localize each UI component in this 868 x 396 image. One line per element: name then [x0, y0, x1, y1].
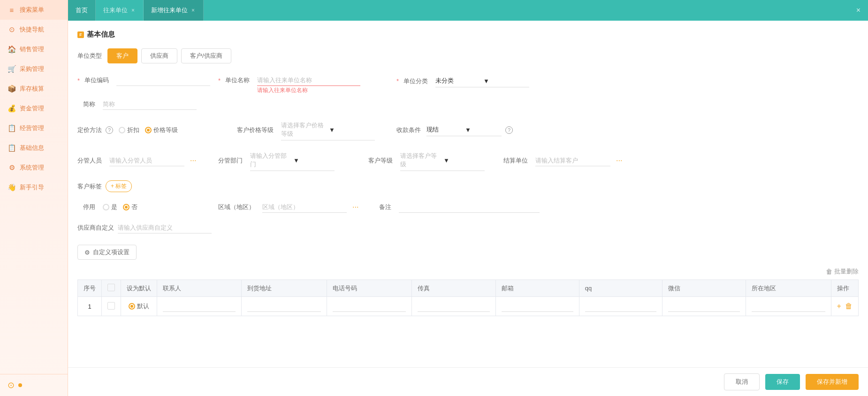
customer-level-select[interactable]: 请选择客户等级 ▼: [400, 150, 485, 171]
search-icon: ≡: [8, 6, 16, 14]
unit-category-select[interactable]: 未分类 ▼: [435, 75, 529, 87]
sidebar-item-search[interactable]: ≡ 搜索菜单: [0, 0, 68, 20]
payment-terms-help-icon[interactable]: ?: [505, 126, 513, 134]
radio-disabled-no[interactable]: 否: [123, 203, 137, 211]
row-phone[interactable]: [327, 297, 412, 316]
short-name-input[interactable]: [103, 99, 197, 110]
table-header: 序号 设为默认 联系人 到货地址 电话号码 传真 邮箱 qq 微信 所在地区 操…: [78, 280, 859, 297]
row-wechat-input[interactable]: [668, 301, 740, 312]
row-actions: + 🗑: [837, 302, 853, 311]
batch-delete-button[interactable]: 🗑 批量删除: [826, 267, 859, 276]
unit-category-value: 未分类: [435, 77, 481, 85]
row-address[interactable]: [241, 297, 327, 316]
sidebar-item-system[interactable]: ⚙ 系统管理: [0, 158, 68, 178]
manager-input[interactable]: [109, 155, 184, 166]
select-all-checkbox[interactable]: [107, 284, 115, 291]
unit-btn-supplier[interactable]: 供应商: [141, 48, 177, 63]
radio-discount[interactable]: 折扣: [119, 126, 139, 134]
row-phone-input[interactable]: [333, 301, 406, 312]
customer-level-field: 客户等级 请选择客户等级 ▼: [368, 150, 485, 171]
short-name-field: 简称: [77, 99, 218, 110]
col-qq: qq: [579, 280, 662, 297]
tab-new-unit-close[interactable]: ×: [190, 6, 196, 15]
dept-select[interactable]: 请输入分管部门 ▼: [250, 150, 335, 171]
col-no: 序号: [78, 280, 102, 297]
region-more-icon[interactable]: ···: [350, 203, 360, 211]
sidebar-item-purchase[interactable]: 🛒 采购管理: [0, 59, 68, 79]
manager-more-icon[interactable]: ···: [188, 156, 198, 165]
custom-settings-button[interactable]: ⚙ 自定义项设置: [77, 245, 137, 260]
sidebar-item-label: 基础信息: [20, 144, 44, 152]
sidebar-item-label: 经营管理: [20, 124, 44, 132]
radio-yes-circle: [103, 204, 109, 210]
sidebar-item-quick-nav[interactable]: ⊙ 快捷导航: [0, 20, 68, 39]
row-fax-input[interactable]: [418, 301, 489, 312]
row-qq[interactable]: [579, 297, 662, 316]
row-add-button[interactable]: +: [837, 302, 841, 311]
tab-home[interactable]: 首页: [68, 0, 96, 21]
unit-btn-customer[interactable]: 客户: [107, 48, 137, 63]
settlement-input[interactable]: [535, 155, 610, 166]
radio-disabled-yes[interactable]: 是: [103, 203, 117, 211]
sidebar-item-new-user[interactable]: 👋 新手引导: [0, 178, 68, 197]
row-email-input[interactable]: [502, 301, 573, 312]
remarks-input[interactable]: [399, 202, 540, 213]
bottom-bar: 取消 保存 保存并新增: [68, 367, 868, 396]
unit-type-label: 单位类型: [77, 52, 102, 60]
unit-name-required: *: [218, 77, 221, 84]
tab-units-close[interactable]: ×: [130, 6, 136, 15]
row-contact-input[interactable]: [163, 301, 236, 312]
sidebar-item-basic-info[interactable]: 📋 基础信息: [0, 138, 68, 158]
tab-bar: 首页 往来单位 × 新增往来单位 × ×: [68, 0, 868, 21]
row-address-input[interactable]: [247, 301, 321, 312]
save-button[interactable]: 保存: [765, 374, 800, 390]
tab-new-unit[interactable]: 新增往来单位 ×: [144, 0, 204, 21]
purchase-icon: 🛒: [8, 65, 16, 73]
row-checkbox[interactable]: [107, 302, 115, 310]
row-default-radio[interactable]: 默认: [127, 302, 151, 311]
radio-discount-circle: [119, 127, 125, 133]
supplier-custom-input[interactable]: [118, 222, 212, 233]
payment-terms-select[interactable]: 现结 ▼: [426, 124, 502, 136]
row-contact[interactable]: [157, 297, 242, 316]
row-email[interactable]: [495, 297, 579, 316]
sidebar-item-operations[interactable]: 📋 经营管理: [0, 118, 68, 138]
payment-terms-label: 收款条件: [396, 126, 421, 134]
row-region[interactable]: [746, 297, 831, 316]
disabled-field: 停用 是 否: [77, 203, 209, 211]
sidebar-item-label: 新手引导: [20, 183, 44, 192]
unit-code-required: *: [77, 77, 80, 84]
unit-name-wrapper: 请输入往来单位名称: [257, 75, 360, 86]
region-field: 区域（地区） ···: [218, 202, 360, 213]
region-input[interactable]: [262, 202, 347, 213]
row-region-input[interactable]: [752, 301, 825, 312]
tab-units[interactable]: 往来单位 ×: [96, 0, 144, 21]
customer-price-select[interactable]: 请选择客户价格等级 ▼: [281, 119, 375, 140]
custom-settings-label: 自定义项设置: [93, 248, 129, 256]
sidebar-item-sales[interactable]: 🏠 销售管理: [0, 39, 68, 59]
settlement-more-icon[interactable]: ···: [614, 156, 624, 165]
customer-level-placeholder: 请选择客户等级: [400, 152, 442, 169]
sidebar-item-inventory[interactable]: 📦 库存核算: [0, 79, 68, 99]
unit-code-field: * 单位编码 000009: [77, 75, 218, 86]
row-default-label: 默认: [137, 302, 149, 311]
row-wechat[interactable]: [662, 297, 746, 316]
sidebar-item-finance[interactable]: 💰 资金管理: [0, 99, 68, 118]
unit-btn-both[interactable]: 客户/供应商: [181, 48, 231, 63]
sidebar-bottom-icon: ⊙: [8, 380, 15, 390]
section-header: F 基本信息: [77, 30, 859, 39]
unit-name-input[interactable]: [257, 75, 360, 86]
row-default-cell: 默认: [121, 297, 157, 316]
row-fax[interactable]: [412, 297, 495, 316]
row-qq-input[interactable]: [585, 301, 656, 312]
cancel-button[interactable]: 取消: [724, 373, 760, 390]
radio-price-level[interactable]: 价格等级: [145, 126, 178, 134]
add-tag-button[interactable]: + 标签: [106, 180, 132, 192]
table-header-row: 序号 设为默认 联系人 到货地址 电话号码 传真 邮箱 qq 微信 所在地区 操…: [78, 280, 859, 297]
remarks-field: 备注: [379, 202, 859, 213]
pricing-help-icon[interactable]: ?: [106, 126, 113, 134]
unit-code-input[interactable]: 000009: [116, 75, 210, 86]
close-all-tabs[interactable]: ×: [849, 6, 868, 15]
save-new-button[interactable]: 保存并新增: [806, 374, 859, 390]
row-delete-button[interactable]: 🗑: [845, 302, 853, 311]
